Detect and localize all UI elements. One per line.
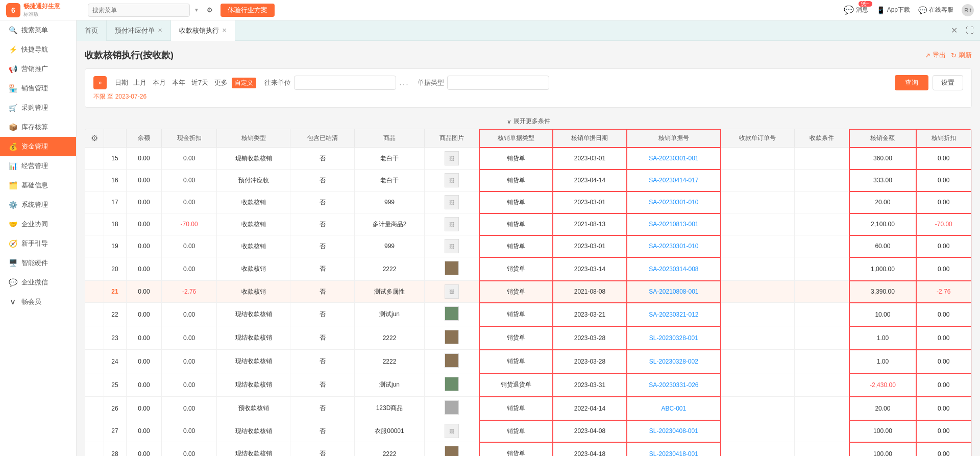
filter-actions: 查询 设置	[895, 75, 963, 90]
refresh-btn[interactable]: ↻ 刷新	[951, 51, 972, 60]
cell-cancel-bill-no[interactable]: SA-20210808-001	[627, 281, 721, 303]
cell-cancel-bill-no[interactable]: SL-20230328-002	[627, 350, 721, 373]
date-btn-7days[interactable]: 近7天	[189, 77, 210, 88]
cell-cancel-bill-no[interactable]: SA-20210813-001	[627, 213, 721, 235]
bill-no-link[interactable]: SA-20230301-001	[649, 155, 698, 162]
tab-home[interactable]: 首页	[77, 20, 107, 41]
bill-no-link[interactable]: SA-20210808-001	[649, 288, 698, 295]
bill-no-link[interactable]: SL-20230328-001	[649, 334, 698, 342]
date-btn-this-month[interactable]: 本月	[151, 77, 168, 88]
cell-cancel-bill-date: 2023-03-21	[553, 303, 627, 326]
bill-no-link[interactable]: SL-20230418-001	[649, 450, 698, 457]
date-btn-more[interactable]: 更多	[212, 77, 230, 88]
sidebar-item-inventory[interactable]: 📦 库存核算	[0, 117, 76, 137]
bill-no-link[interactable]: SA-20210813-001	[649, 221, 698, 228]
cell-cancel-bill-no[interactable]: SA-20230301-001	[627, 148, 721, 170]
sidebar-item-marketing[interactable]: 📢 营销推广	[0, 59, 76, 79]
cell-cancel-bill-no[interactable]: SA-20230321-012	[627, 303, 721, 326]
cell-receipt-order-no	[721, 397, 795, 420]
cell-cancel-bill-no[interactable]: SA-20230414-017	[627, 170, 721, 191]
cell-include-settled: 否	[290, 397, 355, 420]
cell-cancel-amount: 360.00	[849, 148, 916, 170]
cell-cancel-type: 现销收款核销	[216, 148, 290, 170]
receipt-type-select[interactable]	[447, 76, 549, 90]
sidebar-item-operation[interactable]: 📊 经营管理	[0, 156, 76, 176]
cell-cancel-bill-no[interactable]: SA-20230314-008	[627, 257, 721, 281]
column-settings-icon[interactable]: ⚙	[91, 134, 98, 142]
cell-receipt-order-no	[721, 191, 795, 213]
message-btn[interactable]: 💬 消息 99+	[844, 5, 868, 15]
bill-no-link[interactable]: SA-20230321-012	[649, 311, 698, 318]
sidebar-item-finance[interactable]: 💰 资金管理	[0, 137, 76, 156]
user-avatar[interactable]: Rit	[962, 4, 974, 16]
bill-no-link[interactable]: SA-20230301-010	[649, 243, 698, 250]
sidebar-item-shortcut[interactable]: ⚡ 快捷导航	[0, 40, 76, 59]
search-input[interactable]	[88, 4, 190, 17]
industry-btn[interactable]: 休验行业方案	[220, 4, 275, 17]
expand-more-btn[interactable]: ∨ 展开更多条件	[507, 117, 550, 126]
cell-receipt-order-no	[721, 148, 795, 170]
sidebar-item-wechat[interactable]: 💬 企业微信	[0, 273, 76, 292]
export-btn[interactable]: ↗ 导出	[925, 51, 946, 60]
cell-cancel-bill-no[interactable]: SA-20230301-010	[627, 235, 721, 257]
unit-input[interactable]	[294, 76, 396, 90]
dropdown-arrow-icon[interactable]: ▼	[194, 7, 199, 13]
cell-cancel-bill-no[interactable]: SA-20230331-026	[627, 373, 721, 397]
bill-no-link[interactable]: SL-20230408-001	[649, 427, 698, 435]
product-image-placeholder: 🖼	[445, 424, 459, 438]
sidebar-item-search[interactable]: 🔍 搜索菜单	[0, 20, 76, 40]
filter-expand-btn[interactable]: »	[93, 76, 107, 89]
cell-receipt-condition	[795, 420, 849, 442]
sidebar-item-purchase[interactable]: 🛒 采购管理	[0, 98, 76, 117]
cell-cancel-bill-no[interactable]: SL-20230328-001	[627, 326, 721, 350]
cell-cancel-discount: 0.00	[916, 170, 971, 191]
cell-cancel-bill-no[interactable]: SA-20230301-010	[627, 191, 721, 213]
cell-balance: 0.00	[126, 326, 162, 350]
cell-cash-discount: 0.00	[162, 397, 216, 420]
cell-cancel-bill-type: 销货单	[479, 442, 553, 457]
close-all-icon[interactable]: ✕	[949, 23, 960, 37]
bill-no-link[interactable]: SA-20230414-017	[649, 177, 698, 184]
date-btn-custom[interactable]: 自定义	[232, 78, 256, 88]
cell-cancel-bill-type: 销货单	[479, 350, 553, 373]
col-settings[interactable]: ⚙	[85, 129, 104, 148]
table-row: 15 0.00 0.00 现销收款核销 否 老白干 🖼 销货单 2023-03-…	[85, 148, 971, 170]
query-btn[interactable]: 查询	[895, 75, 928, 90]
filter-settings-btn[interactable]: 设置	[933, 75, 963, 90]
bill-no-link[interactable]: ABC-001	[661, 405, 686, 412]
cell-settings	[85, 397, 104, 420]
cell-cancel-discount: 0.00	[916, 191, 971, 213]
operation-icon: 📊	[8, 161, 17, 171]
filter-dots[interactable]: ...	[399, 78, 409, 87]
collect-tab-close-icon[interactable]: ✕	[222, 27, 227, 34]
prepay-tab-close-icon[interactable]: ✕	[158, 27, 162, 34]
sidebar-item-system[interactable]: ⚙️ 系统管理	[0, 195, 76, 214]
wechat-icon: 💬	[8, 278, 17, 287]
sidebar-item-hardware[interactable]: 🖥️ 智能硬件	[0, 253, 76, 273]
bill-no-link[interactable]: SA-20230314-008	[649, 266, 698, 273]
date-btn-this-year[interactable]: 本年	[170, 77, 187, 88]
cell-row-num: 25	[104, 373, 126, 397]
date-btn-last-month[interactable]: 上月	[131, 77, 149, 88]
tab-collect[interactable]: 收款核销执行 ✕	[171, 20, 235, 41]
online-service-btn[interactable]: 💬 在线客服	[918, 6, 953, 14]
search-icon: 🔍	[8, 26, 17, 35]
cell-cancel-bill-no[interactable]: SL-20230418-001	[627, 442, 721, 457]
sidebar-item-member[interactable]: V 畅会员	[0, 292, 76, 311]
export-icon: ↗	[925, 52, 930, 59]
expand-icon[interactable]: ⛶	[964, 24, 976, 37]
bill-no-link[interactable]: SL-20230328-002	[649, 358, 698, 365]
gear-icon[interactable]: ⚙	[203, 4, 216, 17]
cell-cancel-bill-no[interactable]: ABC-001	[627, 397, 721, 420]
sidebar-item-basic[interactable]: 🗂️ 基础信息	[0, 176, 76, 195]
cell-receipt-order-no	[721, 350, 795, 373]
cell-balance: 0.00	[126, 420, 162, 442]
app-download-btn[interactable]: 📱 App下载	[876, 6, 910, 14]
sidebar-item-sales[interactable]: 🏪 销售管理	[0, 79, 76, 98]
bill-no-link[interactable]: SA-20230301-010	[649, 199, 698, 206]
sidebar-item-enterprise[interactable]: 🤝 企业协同	[0, 214, 76, 234]
tab-prepay[interactable]: 预付冲应付单 ✕	[107, 20, 171, 41]
cell-cancel-bill-no[interactable]: SL-20230408-001	[627, 420, 721, 442]
bill-no-link[interactable]: SA-20230331-026	[649, 381, 698, 389]
sidebar-item-guide[interactable]: 🧭 新手引导	[0, 234, 76, 253]
